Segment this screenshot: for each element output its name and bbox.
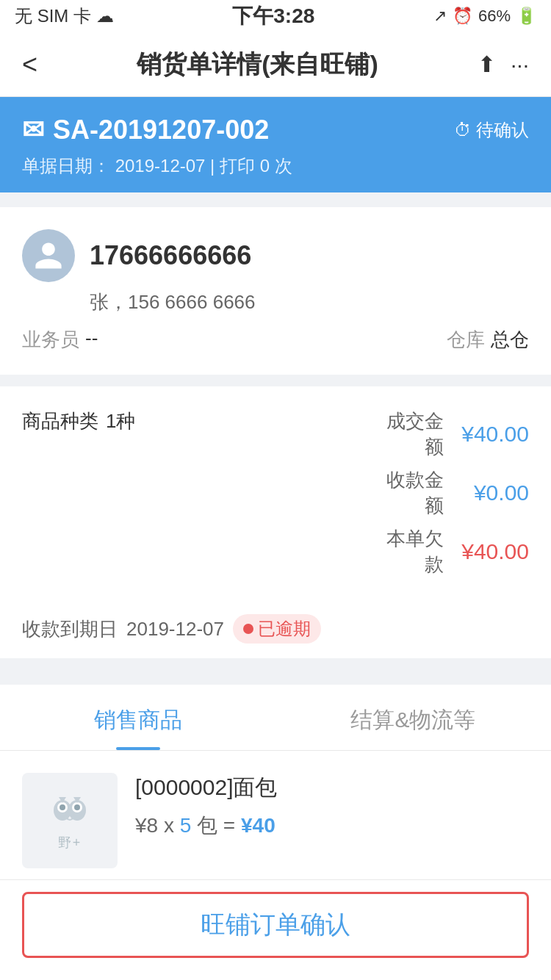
status-time: 下午3:28 (232, 2, 314, 30)
tab-settlement[interactable]: 结算&物流等 (276, 685, 551, 750)
customer-avatar (22, 229, 75, 282)
share-icon[interactable]: ⬆ (478, 51, 496, 77)
owl-icon (48, 790, 92, 834)
unit-price: ¥8 (135, 814, 158, 837)
nav-actions: ⬆ ··· (478, 51, 529, 77)
order-date-separator: | (210, 156, 220, 176)
amount-value: ¥40.00 (455, 422, 529, 447)
confirm-order-button[interactable]: 旺铺订单确认 (22, 892, 529, 958)
clock-icon: ⏱ (454, 120, 472, 140)
overdue-dot-icon (243, 624, 253, 634)
sales-item: 业务员 -- (22, 327, 98, 353)
order-status-text: 待确认 (476, 118, 529, 142)
page-title: 销货单详情(来自旺铺) (137, 48, 378, 82)
status-right: ↗ ⏰ 66% 🔋 (433, 7, 536, 26)
customer-phone: 17666666666 (90, 240, 251, 271)
customer-meta: 业务员 -- 仓库 总仓 (22, 327, 529, 353)
overdue-badge: 已逾期 (233, 614, 321, 644)
total-price: ¥40 (241, 814, 276, 837)
summary-card: 商品种类 1种 成交金额 ¥40.00 收款金额 ¥0.00 本单欠款 ¥40.… (0, 386, 551, 599)
amount-row: 成交金额 ¥40.00 (370, 408, 529, 460)
order-header: ✉ SA-20191207-002 ⏱ 待确认 单据日期： 2019-12-07… (0, 97, 551, 192)
customer-card: 17666666666 张，156 6666 6666 业务员 -- 仓库 总仓 (0, 207, 551, 375)
sales-label: 业务员 (22, 327, 79, 353)
status-left: 无 SIM 卡 ☁ (15, 4, 114, 28)
equals-sign: = (223, 814, 241, 837)
bottom-bar: 旺铺订单确认 (0, 879, 551, 980)
print-unit: 次 (275, 156, 292, 176)
overdue-text: 已逾期 (258, 617, 311, 641)
product-name: [0000002]面包 (135, 773, 529, 803)
due-date-label: 收款到期日 (22, 616, 118, 642)
warehouse-label: 仓库 (447, 327, 485, 353)
types-value: 1种 (106, 408, 135, 434)
no-sim-text: 无 SIM 卡 ☁ (15, 4, 114, 28)
debt-label: 本单欠款 (370, 526, 444, 577)
more-icon[interactable]: ··· (511, 52, 529, 77)
order-date-label: 单据日期： (22, 156, 110, 176)
debt-value: ¥40.00 (455, 539, 529, 564)
status-bar: 无 SIM 卡 ☁ 下午3:28 ↗ ⏰ 66% 🔋 (0, 0, 551, 32)
order-id: ✉ SA-20191207-002 (22, 115, 269, 145)
amount-label: 成交金额 (370, 408, 444, 460)
divider-1 (0, 375, 551, 386)
warehouse-item: 仓库 总仓 (447, 327, 529, 353)
battery-text: 66% (478, 7, 511, 26)
brand-text: 野+ (58, 834, 82, 851)
alarm-icon: ⏰ (453, 7, 472, 26)
product-list: 野+ [0000002]面包 ¥8 x 5 包 = ¥40 (0, 751, 551, 891)
nav-bar: < 销货单详情(来自旺铺) ⬆ ··· (0, 32, 551, 97)
product-types: 商品种类 1种 (22, 408, 135, 434)
types-label: 商品种类 (22, 408, 98, 434)
sales-value: -- (85, 327, 98, 353)
location-icon: ↗ (433, 7, 447, 26)
payment-label: 收款金额 (370, 467, 444, 519)
divider-2 (0, 658, 551, 670)
avatar-icon (32, 239, 65, 272)
product-details: [0000002]面包 ¥8 x 5 包 = ¥40 (135, 773, 529, 868)
order-status: ⏱ 待确认 (454, 118, 529, 142)
quantity: 5 (180, 814, 192, 837)
order-envelope-icon: ✉ (22, 115, 44, 145)
product-image: 野+ (22, 773, 118, 868)
order-id-text: SA-20191207-002 (53, 115, 269, 145)
svg-point-5 (74, 804, 80, 810)
product-price-row: ¥8 x 5 包 = ¥40 (135, 812, 529, 840)
print-count: 0 (260, 156, 270, 176)
customer-top: 17666666666 (22, 229, 529, 282)
tabs: 销售商品 结算&物流等 (0, 685, 551, 751)
print-label: 打印 (220, 156, 255, 176)
order-date-row: 单据日期： 2019-12-07 | 打印 0 次 (22, 154, 529, 178)
due-date-value: 2019-12-07 (126, 618, 224, 641)
product-brand-logo: 野+ (48, 790, 92, 851)
svg-point-4 (60, 804, 65, 810)
payment-row: 收款金额 ¥0.00 (370, 467, 529, 519)
tab-products[interactable]: 销售商品 (0, 685, 276, 750)
summary-right: 成交金额 ¥40.00 收款金额 ¥0.00 本单欠款 ¥40.00 (370, 408, 529, 577)
multiply-sign: x (164, 814, 180, 837)
product-item: 野+ [0000002]面包 ¥8 x 5 包 = ¥40 (0, 751, 551, 891)
debt-row: 本单欠款 ¥40.00 (370, 526, 529, 577)
warehouse-value: 总仓 (491, 327, 529, 353)
customer-name: 张，156 6666 6666 (90, 289, 529, 315)
back-button[interactable]: < (22, 49, 37, 80)
battery-icon: 🔋 (516, 7, 536, 26)
payment-value: ¥0.00 (455, 480, 529, 505)
order-date-value: 2019-12-07 (115, 156, 206, 176)
due-date-row: 收款到期日 2019-12-07 已逾期 (0, 599, 551, 658)
unit: 包 (197, 814, 217, 837)
summary-left: 商品种类 1种 (22, 408, 135, 434)
order-header-top: ✉ SA-20191207-002 ⏱ 待确认 (22, 115, 529, 145)
